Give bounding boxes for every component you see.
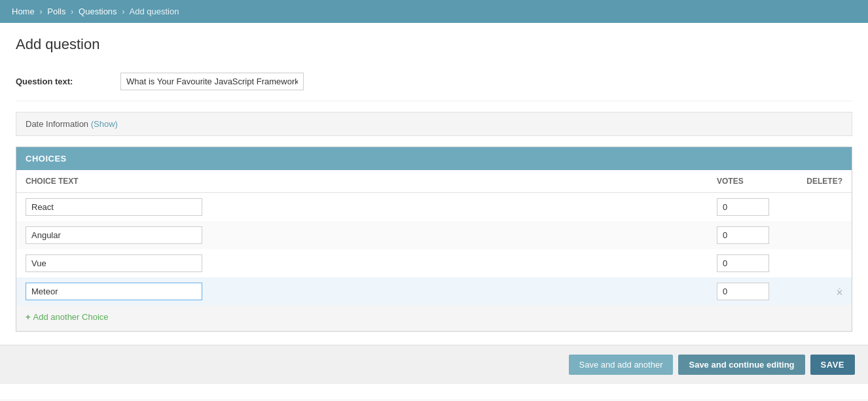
choice-text-input[interactable]: [26, 226, 202, 244]
votes-cell: [708, 193, 786, 222]
choice-text-input[interactable]: [26, 283, 202, 300]
save-add-another-button[interactable]: Save and add another: [569, 355, 674, 375]
breadcrumb-current: Add question: [129, 7, 179, 16]
delete-cell: [786, 249, 852, 277]
plus-icon: +: [26, 312, 31, 322]
date-information-toggle[interactable]: (Show): [91, 119, 118, 129]
question-label: Question text:: [16, 77, 120, 86]
main-content: Add question Question text: Date Informa…: [0, 23, 868, 399]
date-information-label: Date Information: [26, 119, 88, 129]
save-continue-editing-button[interactable]: Save and continue editing: [678, 355, 805, 375]
delete-cell: [786, 193, 852, 222]
table-row: [16, 221, 852, 249]
add-another-label: Add another Choice: [33, 312, 109, 322]
breadcrumb-home[interactable]: Home: [12, 7, 35, 16]
votes-input[interactable]: [717, 198, 769, 216]
votes-cell: [708, 249, 786, 277]
table-row: [16, 193, 852, 222]
col-header-choice-text: CHOICE TEXT: [16, 170, 708, 193]
breadcrumb-questions[interactable]: Questions: [79, 7, 117, 16]
votes-input[interactable]: [717, 254, 769, 272]
add-another-row: +Add another Choice: [16, 305, 852, 331]
choice-text-cell: [16, 221, 708, 249]
votes-input[interactable]: [717, 226, 769, 244]
choices-header: CHOICES: [16, 147, 852, 170]
question-text-input[interactable]: [120, 73, 304, 90]
breadcrumb-bar: Home › Polls › Questions › Add question: [0, 0, 868, 23]
votes-cell: [708, 277, 786, 305]
choice-text-cell: [16, 277, 708, 305]
breadcrumb-sep-1: ›: [39, 7, 42, 16]
breadcrumb-sep-2: ›: [71, 7, 73, 16]
delete-icon[interactable]: ⨰: [795, 286, 842, 298]
choices-table: CHOICE TEXT VOTES DELETE? ⨰: [16, 170, 852, 305]
choices-section: CHOICES CHOICE TEXT VOTES DELETE? ⨰ +Add…: [16, 147, 852, 332]
table-row: ⨰: [16, 277, 852, 305]
question-form-row: Question text:: [16, 66, 852, 101]
votes-input[interactable]: [717, 283, 769, 300]
choice-text-input[interactable]: [26, 198, 202, 216]
add-another-choice-link[interactable]: +Add another Choice: [26, 312, 109, 322]
choice-text-input[interactable]: [26, 254, 202, 272]
delete-cell: [786, 221, 852, 249]
date-information-section: Date Information (Show): [16, 112, 852, 136]
table-row: [16, 249, 852, 277]
breadcrumb-sep-3: ›: [122, 7, 124, 16]
votes-cell: [708, 221, 786, 249]
choices-table-header-row: CHOICE TEXT VOTES DELETE?: [16, 170, 852, 193]
delete-cell: ⨰: [786, 277, 852, 305]
page-title: Add question: [16, 36, 852, 53]
col-header-delete: DELETE?: [786, 170, 852, 193]
save-button[interactable]: SAVE: [810, 355, 855, 375]
choice-text-cell: [16, 193, 708, 222]
form-footer: Save and add another Save and continue e…: [0, 345, 868, 384]
breadcrumb-polls[interactable]: Polls: [47, 7, 65, 16]
choice-text-cell: [16, 249, 708, 277]
col-header-votes: VOTES: [708, 170, 786, 193]
